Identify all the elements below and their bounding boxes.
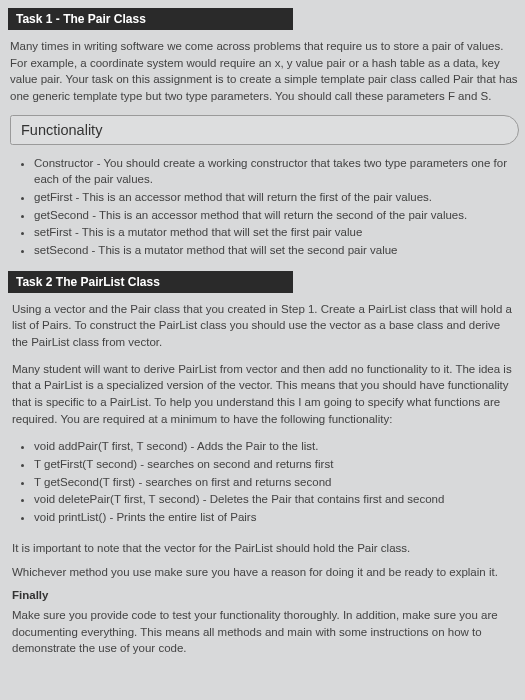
list-item: Constructor - You should create a workin…	[34, 155, 515, 188]
list-item: void printList() - Prints the entire lis…	[34, 509, 515, 526]
task2-note-vector: It is important to note that the vector …	[8, 538, 525, 563]
task1-header: Task 1 - The Pair Class	[8, 8, 293, 30]
list-item: getFirst - This is an accessor method th…	[34, 189, 515, 206]
functionality-box: Functionality	[10, 115, 519, 145]
finally-text: Make sure you provide code to test your …	[8, 607, 525, 667]
task1-intro: Many times in writing software we come a…	[8, 38, 525, 115]
task2-note-reason: Whichever method you use make sure you h…	[8, 562, 525, 587]
task2-method-list: void addPair(T first, T second) - Adds t…	[34, 438, 515, 525]
list-item: T getFirst(T second) - searches on secon…	[34, 456, 515, 473]
task2-para2: Many student will want to derive PairLis…	[8, 361, 525, 438]
task1-method-list: Constructor - You should create a workin…	[34, 155, 515, 259]
functionality-title: Functionality	[21, 122, 508, 138]
list-item: void addPair(T first, T second) - Adds t…	[34, 438, 515, 455]
finally-label: Finally	[8, 587, 525, 607]
list-item: T getSecond(T first) - searches on first…	[34, 474, 515, 491]
list-item: setSecond - This is a mutator method tha…	[34, 242, 515, 259]
list-item: getSecond - This is an accessor method t…	[34, 207, 515, 224]
task2-intro: Using a vector and the Pair class that y…	[8, 301, 525, 361]
list-item: void deletePair(T first, T second) - Del…	[34, 491, 515, 508]
list-item: setFirst - This is a mutator method that…	[34, 224, 515, 241]
task2-header: Task 2 The PairList Class	[8, 271, 293, 293]
